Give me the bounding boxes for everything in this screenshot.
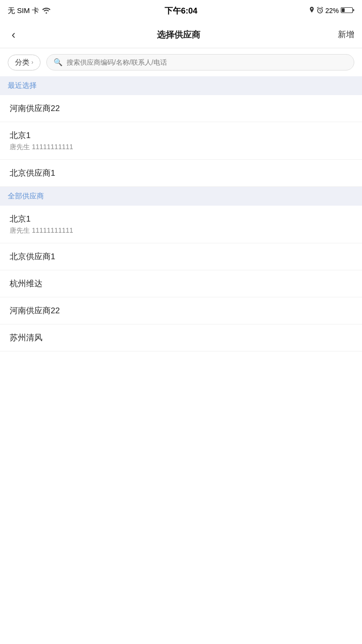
search-input[interactable] xyxy=(67,58,347,66)
search-box[interactable]: 🔍 xyxy=(46,54,354,70)
status-left: 无 SIM 卡 xyxy=(8,6,51,15)
sim-label: 无 SIM 卡 xyxy=(8,6,39,15)
list-item[interactable]: 北京1唐先生 11111111111 xyxy=(0,206,362,243)
list-item[interactable]: 北京供应商1 xyxy=(0,160,362,187)
item-name: 北京供应商1 xyxy=(10,168,352,179)
status-bar: 无 SIM 卡 下午6:04 22% xyxy=(0,0,362,21)
item-sub: 唐先生 11111111111 xyxy=(10,143,352,152)
filter-row: 分类 › 🔍 xyxy=(0,48,362,76)
location-icon xyxy=(309,7,315,15)
item-name: 杭州维达 xyxy=(10,278,352,289)
list-item[interactable]: 河南供应商22 xyxy=(0,95,362,122)
status-time: 下午6:04 xyxy=(165,5,197,16)
list-item[interactable]: 河南供应商22 xyxy=(0,297,362,324)
nav-bar: ‹ 选择供应商 新增 xyxy=(0,21,362,48)
item-name: 北京供应商1 xyxy=(10,251,352,262)
battery-percent: 22% xyxy=(325,7,339,14)
wifi-icon xyxy=(42,7,51,15)
item-sub: 唐先生 11111111111 xyxy=(10,226,352,235)
list-item[interactable]: 苏州清风 xyxy=(0,324,362,351)
status-right: 22% xyxy=(309,7,354,15)
list-item[interactable]: 杭州维达 xyxy=(0,270,362,297)
search-icon: 🔍 xyxy=(54,58,63,67)
item-name: 苏州清风 xyxy=(10,332,352,343)
sections-container: 最近选择河南供应商22北京1唐先生 11111111111北京供应商1全部供应商… xyxy=(0,76,362,351)
list-item[interactable]: 北京1唐先生 11111111111 xyxy=(0,122,362,160)
alarm-icon xyxy=(317,7,323,15)
item-name: 北京1 xyxy=(10,213,352,224)
back-button[interactable]: ‹ xyxy=(8,24,19,45)
list-item[interactable]: 北京供应商1 xyxy=(0,243,362,270)
svg-rect-2 xyxy=(342,8,345,12)
page-title: 选择供应商 xyxy=(157,29,200,41)
item-name: 河南供应商22 xyxy=(10,103,352,114)
section-header-all: 全部供应商 xyxy=(0,187,362,206)
add-button[interactable]: 新增 xyxy=(338,29,354,40)
item-name: 北京1 xyxy=(10,130,352,141)
item-name: 河南供应商22 xyxy=(10,305,352,316)
battery-icon xyxy=(341,7,354,15)
chevron-right-icon: › xyxy=(31,59,33,66)
section-header-recent: 最近选择 xyxy=(0,76,362,95)
category-button[interactable]: 分类 › xyxy=(8,55,41,70)
category-label: 分类 xyxy=(15,58,29,67)
